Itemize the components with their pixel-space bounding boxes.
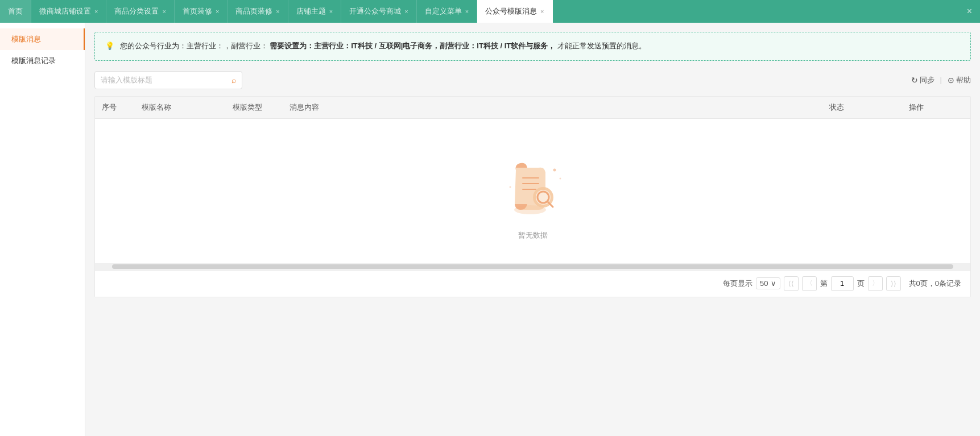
tab-bar: 首页 微商城店铺设置 × 商品分类设置 × 首页装修 × 商品页装修 × 店铺主…: [0, 0, 980, 23]
chevron-down-icon: ∨: [771, 279, 776, 288]
tab-shop-setting[interactable]: 微商城店铺设置 ×: [31, 0, 106, 23]
main-layout: 模版消息 模版消息记录 💡 您的公众号行业为：主营行业：，副营行业： 需要设置为…: [0, 23, 980, 436]
pagination-prev-button[interactable]: 〈: [802, 276, 817, 291]
pagination-last-button[interactable]: ⟩⟩: [886, 276, 901, 291]
search-input[interactable]: [101, 76, 231, 84]
tab-template-msg[interactable]: 公众号模版消息 ×: [477, 0, 552, 23]
scrollbar-thumb[interactable]: [112, 264, 953, 269]
th-action: 操作: [902, 97, 970, 118]
data-table: 序号 模版名称 模版类型 消息内容 状态 操作: [94, 96, 971, 297]
tab-shop-theme[interactable]: 店铺主题 ×: [288, 0, 341, 23]
toolbar-right: ↻ 同步 | ⊙ 帮助: [911, 75, 971, 85]
sync-icon: ↻: [911, 76, 918, 85]
help-button[interactable]: ⊙ 帮助: [948, 75, 971, 85]
search-input-wrap: ⌕: [94, 71, 242, 89]
table-header: 序号 模版名称 模版类型 消息内容 状态 操作: [95, 97, 970, 119]
pagination: 每页显示 50 ∨ ⟨⟨ 〈 第 页 〉 ⟩⟩ 共0页，0条记录: [95, 270, 970, 297]
notice-box: 💡 您的公众号行业为：主营行业：，副营行业： 需要设置为：主营行业：IT科技 /…: [94, 32, 971, 61]
sync-button[interactable]: ↻ 同步: [911, 75, 934, 85]
svg-point-10: [509, 186, 511, 188]
tab-close-custom-menu[interactable]: ×: [465, 8, 469, 15]
tab-close-template-msg[interactable]: ×: [540, 8, 544, 15]
tab-open-mall[interactable]: 开通公众号商城 ×: [341, 0, 416, 23]
search-bar: ⌕ ↻ 同步 | ⊙ 帮助: [94, 71, 971, 89]
total-info: 共0页，0条记录: [909, 279, 961, 289]
empty-state: 暂无数据: [95, 119, 970, 263]
empty-illustration: [499, 153, 567, 221]
th-seq: 序号: [95, 97, 135, 118]
toolbar-divider: |: [940, 76, 942, 84]
svg-point-8: [553, 168, 556, 171]
page-number-input[interactable]: [831, 276, 854, 291]
pagination-next-button[interactable]: 〉: [868, 276, 883, 291]
tab-category-setting[interactable]: 商品分类设置 ×: [106, 0, 174, 23]
per-page-value: 50: [760, 279, 768, 288]
tab-close-open-mall[interactable]: ×: [404, 8, 408, 15]
th-name: 模版名称: [135, 97, 226, 118]
tab-product-decor[interactable]: 商品页装修 ×: [228, 0, 288, 23]
th-status: 状态: [822, 97, 902, 118]
per-page-label: 每页显示: [723, 279, 752, 289]
th-content: 消息内容: [283, 97, 822, 118]
tab-close-shop-setting[interactable]: ×: [94, 8, 98, 15]
sidebar: 模版消息 模版消息记录: [0, 23, 85, 436]
tab-close-home-decor[interactable]: ×: [216, 8, 219, 15]
tab-home[interactable]: 首页: [0, 0, 31, 23]
svg-point-9: [559, 177, 561, 179]
page-prefix-label: 第: [820, 279, 828, 289]
tab-close-product-decor[interactable]: ×: [276, 8, 279, 15]
tab-close-shop-theme[interactable]: ×: [329, 8, 333, 15]
search-button[interactable]: ⌕: [231, 76, 236, 85]
pagination-first-button[interactable]: ⟨⟨: [784, 276, 799, 291]
th-type: 模版类型: [226, 97, 283, 118]
page-unit-label: 页: [857, 279, 865, 289]
content-area: 💡 您的公众号行业为：主营行业：，副营行业： 需要设置为：主营行业：IT科技 /…: [85, 23, 980, 436]
sidebar-item-template-msg-record[interactable]: 模版消息记录: [0, 50, 85, 72]
tab-bar-close-all[interactable]: ×: [959, 6, 980, 16]
sidebar-item-template-msg[interactable]: 模版消息: [0, 28, 85, 50]
horizontal-scrollbar[interactable]: [95, 263, 970, 270]
tab-close-category-setting[interactable]: ×: [162, 8, 166, 15]
help-icon: ⊙: [948, 76, 954, 85]
tab-custom-menu[interactable]: 自定义菜单 ×: [417, 0, 477, 23]
notice-icon: 💡: [105, 41, 114, 50]
empty-text: 暂无数据: [518, 230, 548, 240]
tab-home-decor[interactable]: 首页装修 ×: [175, 0, 228, 23]
per-page-select[interactable]: 50 ∨: [756, 277, 780, 289]
